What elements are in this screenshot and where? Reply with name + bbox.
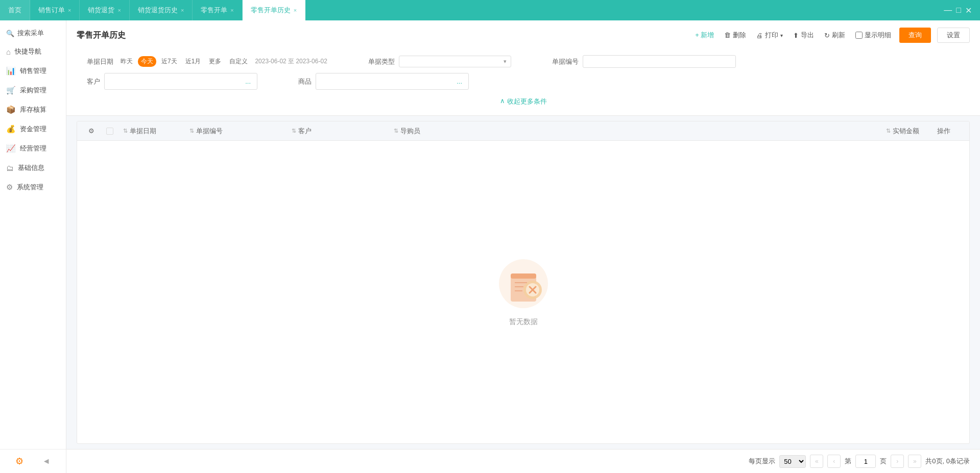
tab-retail-open-history-close[interactable]: × (294, 7, 297, 13)
window-maximize-icon[interactable]: □ (956, 6, 961, 15)
tab-retail-open-label: 零售开单 (201, 6, 227, 15)
sidebar-item-purchase[interactable]: 🛒 采购管理 (0, 81, 66, 100)
goods-picker-icon[interactable]: ... (455, 76, 464, 87)
tab-sales-return-history-close[interactable]: × (181, 7, 184, 13)
tab-home[interactable]: 首页 (0, 0, 30, 20)
th-settings[interactable]: ⚙ (82, 127, 101, 135)
sidebar-settings-icon[interactable]: ⚙ (15, 456, 23, 467)
sidebar-item-purchase-label: 采购管理 (20, 86, 46, 95)
tab-sales-order-close[interactable]: × (68, 7, 71, 13)
date-yesterday-btn[interactable]: 昨天 (117, 56, 136, 67)
tab-sales-return-history-label: 销货退货历史 (138, 6, 178, 15)
doc-type-select[interactable]: ▾ (399, 56, 511, 67)
th-no[interactable]: ⇅ 单据编号 (185, 127, 288, 136)
setting-button[interactable]: 设置 (937, 28, 970, 43)
sidebar-item-quick-nav[interactable]: ⌂ 快捷导航 (0, 42, 66, 61)
print-icon: 🖨 (756, 32, 763, 39)
tab-retail-open-close[interactable]: × (230, 7, 233, 13)
print-button[interactable]: 🖨 打印 ▾ (754, 31, 785, 40)
th-customer-label: 客户 (298, 127, 312, 136)
display-cols-button[interactable]: 显示明细 (853, 31, 893, 40)
filter-doc-no: 单据编号 (552, 55, 736, 68)
th-date[interactable]: ⇅ 单据日期 (119, 127, 185, 136)
display-cols-label: 显示明细 (865, 31, 891, 40)
page-title-row: 零售开单历史 + 新增 🗑 删除 🖨 打印 ▾ ⬆ 导出 ↻ (77, 28, 970, 43)
tab-sales-return[interactable]: 销货退货 × (80, 0, 129, 20)
tab-sales-order-label: 销售订单 (38, 6, 65, 15)
filter-doc-type: 单据类型 ▾ (368, 56, 511, 67)
operations-icon: 📈 (6, 144, 16, 153)
window-close-icon[interactable]: ✕ (965, 6, 972, 15)
last-page-button[interactable]: » (908, 455, 921, 468)
search-icon: 🔍 (6, 30, 14, 37)
th-guide[interactable]: ⇅ 导购员 (390, 127, 451, 136)
date-label: 单据日期 (87, 57, 113, 66)
sidebar-item-sales[interactable]: 📊 销售管理 (0, 61, 66, 81)
sidebar-item-inventory-label: 库存核算 (20, 105, 46, 114)
customer-picker-icon[interactable]: ... (243, 76, 253, 87)
goods-select[interactable]: ... (316, 73, 469, 90)
sidebar-search-label: 搜索采单 (17, 29, 44, 38)
inventory-icon: 📦 (6, 105, 16, 114)
sales-icon: 📊 (6, 66, 16, 76)
customer-select[interactable]: ... (104, 73, 257, 90)
th-action: 操作 (923, 127, 964, 136)
collapse-label: 收起更多条件 (507, 97, 547, 106)
date-custom-btn[interactable]: 自定义 (226, 56, 251, 67)
tab-retail-open[interactable]: 零售开单 × (193, 0, 242, 20)
prev-page-button[interactable]: ‹ (827, 455, 841, 468)
settings-icon: ⚙ (88, 127, 94, 135)
page-input[interactable] (855, 455, 876, 468)
page-title: 零售开单历史 (77, 30, 126, 41)
th-checkbox[interactable] (101, 128, 119, 135)
tab-retail-open-history[interactable]: 零售开单历史 × (243, 0, 305, 20)
doc-type-arrow-icon: ▾ (504, 58, 507, 65)
sidebar-item-system[interactable]: ⚙ 系统管理 (0, 178, 66, 197)
th-date-label: 单据日期 (130, 127, 156, 136)
toolbar: + 新增 🗑 删除 🖨 打印 ▾ ⬆ 导出 ↻ 刷新 (693, 28, 970, 43)
sidebar-item-finance-label: 资金管理 (20, 125, 46, 134)
sidebar-item-operations-label: 经营管理 (20, 144, 46, 153)
sidebar-item-basics-label: 基础信息 (18, 163, 44, 172)
tab-bar-actions: — □ ✕ (944, 6, 980, 15)
doc-no-input[interactable] (583, 55, 736, 68)
header-checkbox[interactable] (106, 128, 113, 135)
tab-sales-order[interactable]: 销售订单 × (30, 0, 80, 20)
sidebar-item-inventory[interactable]: 📦 库存核算 (0, 100, 66, 119)
tab-retail-open-history-label: 零售开单历史 (251, 6, 291, 15)
date-7days-btn[interactable]: 近7天 (158, 56, 180, 67)
display-cols-checkbox[interactable] (855, 32, 863, 39)
window-minimize-icon[interactable]: — (944, 6, 952, 15)
add-button[interactable]: + 新增 (693, 31, 716, 40)
filter-row-2: 客户 ... 商品 ... (87, 73, 960, 90)
export-button[interactable]: ⬆ 导出 (791, 31, 816, 40)
date-more-btn[interactable]: 更多 (206, 56, 224, 67)
date-range-text: 2023-06-02 至 2023-06-02 (255, 57, 327, 66)
pagination: 每页显示 50 10 20 100 « ‹ 第 页 › » 共0页, 0条记录 (66, 449, 980, 473)
tab-sales-return-close[interactable]: × (117, 7, 121, 13)
first-page-button[interactable]: « (810, 455, 823, 468)
date-today-btn[interactable]: 今天 (138, 56, 156, 67)
refresh-button[interactable]: ↻ 刷新 (822, 31, 847, 40)
sidebar-search[interactable]: 🔍 搜索采单 (0, 24, 66, 42)
query-button[interactable]: 查询 (899, 28, 931, 43)
th-customer[interactable]: ⇅ 客户 (288, 127, 390, 136)
filter-collapse-row[interactable]: ∧ 收起更多条件 (87, 95, 960, 110)
sidebar-item-finance[interactable]: 💰 资金管理 (0, 119, 66, 139)
filter-row-1: 单据日期 昨天 今天 近7天 近1月 更多 自定义 2023-06-02 至 2… (87, 55, 960, 68)
sort-amount-icon: ⇅ (886, 128, 891, 134)
per-page-select[interactable]: 50 10 20 100 (779, 455, 806, 468)
sidebar-item-operations[interactable]: 📈 经营管理 (0, 139, 66, 158)
export-icon: ⬆ (793, 32, 799, 39)
home-icon: ⌂ (6, 47, 11, 56)
sidebar-collapse-icon[interactable]: ◄ (42, 457, 51, 466)
refresh-label: 刷新 (832, 31, 845, 40)
sidebar-item-basics[interactable]: 🗂 基础信息 (0, 158, 66, 178)
tab-sales-return-history[interactable]: 销货退货历史 × (130, 0, 193, 20)
sidebar: 🔍 搜索采单 ⌂ 快捷导航 📊 销售管理 🛒 采购管理 📦 库存核算 💰 资金管… (0, 20, 66, 473)
filter-goods: 商品 ... (298, 73, 469, 90)
th-amount[interactable]: ⇅ 实销金额 (451, 127, 923, 136)
date-1month-btn[interactable]: 近1月 (182, 56, 204, 67)
delete-button[interactable]: 🗑 删除 (722, 31, 748, 40)
next-page-button[interactable]: › (891, 455, 904, 468)
